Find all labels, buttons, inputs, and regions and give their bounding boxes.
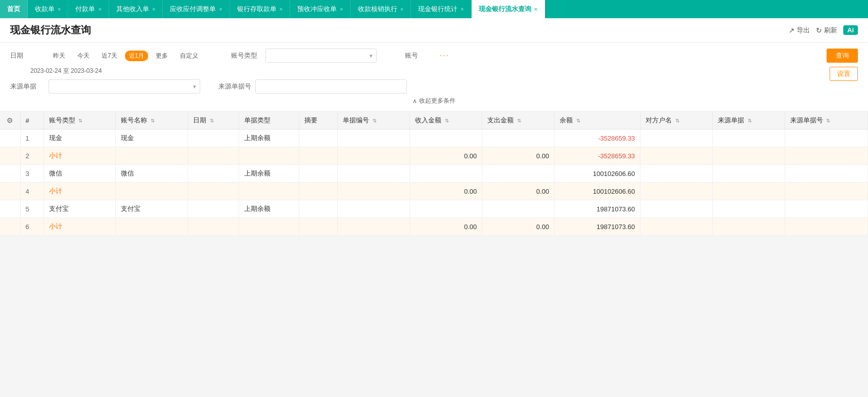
col-income[interactable]: 收入金额 ⇅ [410, 112, 482, 129]
collapse-label: 收起更多条件 [419, 97, 455, 105]
cell-num: 3 [20, 165, 43, 183]
col-account-type[interactable]: 账号类型 ⇅ [43, 112, 116, 129]
nav-payment[interactable]: 付款单 × [68, 0, 109, 18]
cell-counterparty [641, 165, 713, 183]
cell-account-name [116, 218, 188, 236]
close-bank-deposit-icon[interactable]: × [280, 6, 283, 12]
query-button[interactable]: 查询 [827, 49, 858, 63]
cell-doc-no [338, 183, 410, 200]
sort-expense-icon[interactable]: ⇅ [517, 118, 521, 123]
date-btn-more[interactable]: 更多 [151, 50, 172, 62]
date-btn-1month[interactable]: 近1月 [125, 51, 149, 61]
page-title: 现金银行流水查询 [10, 23, 91, 37]
cell-balance: 19871073.60 [555, 200, 641, 218]
col-source-doc[interactable]: 来源单据 ⇅ [712, 112, 785, 129]
col-account-name[interactable]: 账号名称 ⇅ [116, 112, 188, 129]
source-doc-select[interactable] [49, 79, 200, 94]
date-btn-7days[interactable]: 近7天 [97, 50, 122, 62]
close-receipt-verify-icon[interactable]: × [400, 6, 403, 12]
cell-doc-type: 上期余额 [239, 129, 299, 147]
date-filter-row: 日期 昨天 今天 近7天 近1月 更多 自定义 账号类型 ▾ [10, 49, 827, 63]
nav-receipt-verify[interactable]: 收款核销执行 × [351, 0, 411, 18]
nav-cash-bank-stat[interactable]: 现金银行统计 × [411, 0, 471, 18]
cell-counterparty [641, 200, 713, 218]
cell-summary [299, 183, 338, 200]
refresh-button[interactable]: ↻ 刷新 [816, 26, 837, 35]
close-cash-bank-flow-icon[interactable]: × [534, 6, 537, 12]
col-expense[interactable]: 支出金额 ⇅ [482, 112, 555, 129]
close-payment-icon[interactable]: × [98, 6, 101, 12]
cell-empty [0, 165, 20, 183]
nav-cash-bank-flow[interactable]: 现金银行流水查询 × [472, 0, 545, 18]
cell-source-doc-no [785, 165, 867, 183]
sort-doc-no-icon[interactable]: ⇅ [373, 118, 377, 123]
table-body: 1 现金 现金 上期余额 -3528659.33 2 小计 0.00 0.00 … [0, 129, 868, 236]
close-other-income-icon[interactable]: × [152, 6, 155, 12]
source-doc-wrapper: ▾ [49, 79, 200, 94]
cell-income: 0.00 [410, 218, 482, 236]
cell-counterparty [641, 218, 713, 236]
cell-expense: 0.00 [482, 218, 555, 236]
close-pre-receipt-icon[interactable]: × [340, 6, 343, 12]
export-button[interactable]: ↗ 导出 [789, 26, 810, 35]
sort-balance-icon[interactable]: ⇅ [576, 118, 580, 123]
date-btn-yesterday[interactable]: 昨天 [49, 50, 70, 62]
cell-num: 2 [20, 147, 43, 165]
cell-income: 0.00 [410, 147, 482, 165]
sort-account-type-icon[interactable]: ⇅ [78, 118, 82, 123]
source-doc-no-input[interactable] [255, 79, 407, 94]
close-receipt-icon[interactable]: × [58, 6, 61, 12]
export-icon: ↗ [789, 26, 795, 34]
col-balance[interactable]: 余额 ⇅ [555, 112, 641, 129]
cell-counterparty [641, 129, 713, 147]
top-nav: 首页 收款单 × 付款单 × 其他收入单 × 应收应付调整单 × 银行存取款单 … [0, 0, 868, 18]
cell-empty [0, 200, 20, 218]
nav-home[interactable]: 首页 [0, 0, 28, 18]
account-type-select[interactable] [265, 49, 377, 63]
close-ar-ap-icon[interactable]: × [219, 6, 222, 12]
col-source-doc-no[interactable]: 来源单据号 ⇅ [785, 112, 867, 129]
sort-counterparty-icon[interactable]: ⇅ [675, 118, 679, 123]
date-btn-today[interactable]: 今天 [73, 50, 94, 62]
column-settings-icon[interactable]: ⚙ [7, 116, 13, 124]
cell-empty [0, 218, 20, 236]
col-counterparty[interactable]: 对方户名 ⇅ [641, 112, 713, 129]
cell-account-name: 微信 [116, 165, 188, 183]
col-settings[interactable]: ⚙ [0, 112, 20, 129]
close-cash-bank-stat-icon[interactable]: × [461, 6, 464, 12]
sort-income-icon[interactable]: ⇅ [445, 118, 449, 123]
cell-income [410, 200, 482, 218]
nav-bank-deposit[interactable]: 银行存取款单 × [230, 0, 290, 18]
cell-expense: 0.00 [482, 147, 555, 165]
nav-ar-ap-adjust[interactable]: 应收应付调整单 × [163, 0, 230, 18]
nav-receipt[interactable]: 收款单 × [28, 0, 68, 18]
col-date[interactable]: 日期 ⇅ [188, 112, 239, 129]
table-row: 4 小计 0.00 0.00 100102606.60 [0, 183, 868, 200]
cell-source-doc [712, 218, 785, 236]
sort-source-doc-no-icon[interactable]: ⇅ [826, 118, 830, 123]
collapse-bar[interactable]: ∧ 收起更多条件 [10, 97, 858, 105]
cell-balance: -3528659.33 [555, 129, 641, 147]
nav-other-income[interactable]: 其他收入单 × [109, 0, 163, 18]
sort-source-doc-icon[interactable]: ⇅ [748, 118, 752, 123]
account-label: 账号 [405, 51, 435, 60]
cell-balance: -3528659.33 [555, 147, 641, 165]
cell-doc-type [239, 183, 299, 200]
date-btn-custom[interactable]: 自定义 [175, 50, 203, 62]
nav-pre-receipt[interactable]: 预收冲应收单 × [290, 0, 350, 18]
sort-account-name-icon[interactable]: ⇅ [151, 118, 155, 123]
cell-balance: 100102606.60 [555, 183, 641, 200]
col-doc-no[interactable]: 单据编号 ⇅ [338, 112, 410, 129]
sort-date-icon[interactable]: ⇅ [210, 118, 214, 123]
account-ellipsis-button[interactable]: ··· [439, 51, 449, 60]
col-num: # [20, 112, 43, 129]
cell-summary [299, 165, 338, 183]
cell-summary [299, 129, 338, 147]
cell-num: 5 [20, 200, 43, 218]
settings-button[interactable]: 设置 [830, 67, 858, 81]
cell-account-type: 支付宝 [43, 200, 116, 218]
cell-source-doc [712, 147, 785, 165]
col-doc-type: 单据类型 [239, 112, 299, 129]
ai-button[interactable]: Ai [843, 25, 858, 35]
cell-doc-no [338, 129, 410, 147]
